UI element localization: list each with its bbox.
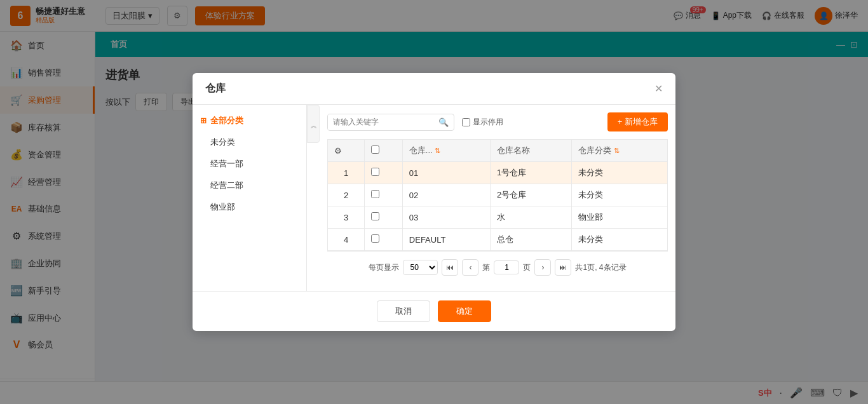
modal-body: ⊞ 全部分类 未分类 经营一部 经营二部 物业部 《 — [193, 105, 675, 129]
add-warehouse-button[interactable]: + 新增仓库 — [607, 112, 668, 129]
category-all-button[interactable]: ⊞ 全部分类 — [193, 110, 306, 129]
modal-header: 仓库 ✕ — [193, 73, 675, 105]
show-disabled-checkbox[interactable]: 显示停用 — [462, 117, 503, 128]
search-box: 🔍 — [327, 114, 454, 130]
search-icon[interactable]: 🔍 — [433, 114, 454, 130]
warehouse-modal: 仓库 ✕ ⊞ 全部分类 未分类 经营一部 经营二部 — [193, 73, 675, 129]
modal-close-button[interactable]: ✕ — [654, 83, 663, 95]
table-toolbar: 🔍 显示停用 + 新增仓库 — [327, 112, 668, 129]
disabled-checkbox[interactable] — [462, 118, 470, 126]
table-panel: 🔍 显示停用 + 新增仓库 ⚙ — [320, 105, 675, 129]
search-input[interactable] — [328, 114, 433, 129]
modal-title: 仓库 — [205, 82, 226, 95]
category-panel: ⊞ 全部分类 未分类 经营一部 经营二部 物业部 — [193, 105, 307, 129]
collapse-panel-button[interactable]: 《 — [307, 105, 320, 129]
show-disabled-label: 显示停用 — [473, 117, 503, 128]
category-all-label: 全部分类 — [210, 115, 243, 126]
modal-overlay[interactable]: 仓库 ✕ ⊞ 全部分类 未分类 经营一部 经营二部 — [0, 0, 868, 129]
grid-icon: ⊞ — [200, 116, 207, 125]
